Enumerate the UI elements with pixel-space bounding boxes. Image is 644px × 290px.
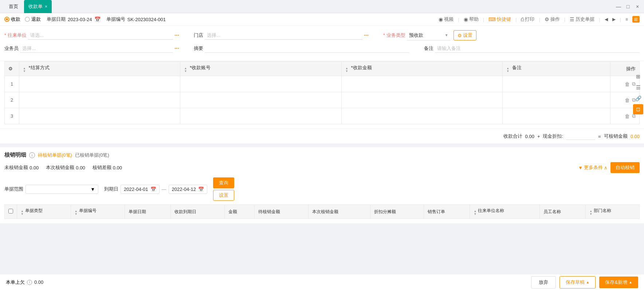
sidebar-icon-list[interactable]: ☰ (633, 82, 643, 93)
footer-right: 放弃 保存草稿 ▲ 保存&新增 ▲ (531, 276, 638, 289)
auto-hexiao-button[interactable]: 自动核销 (610, 162, 640, 173)
cell-amount-3[interactable] (341, 108, 502, 124)
active-tab-label: 收款单 (28, 3, 43, 10)
sidebar-icon-active[interactable]: ⊡ (633, 104, 643, 114)
voucher-field-group: 单据编号 SK-20230324-001 (106, 16, 166, 23)
cell-note-3[interactable] (503, 108, 610, 124)
store-input[interactable] (205, 31, 362, 40)
cell-note-2[interactable] (503, 92, 610, 108)
hexiao-info-icon[interactable]: i (29, 152, 35, 158)
row-num-1: 1 (5, 76, 19, 92)
print-btn[interactable]: ⎙ 打印 (521, 16, 534, 23)
shortcut-btn[interactable]: ⌨ 快捷键 (488, 16, 511, 23)
history-btn[interactable]: ☰ 历史单据 (570, 16, 594, 23)
settings-button[interactable]: ⚙ 设置 (453, 30, 476, 40)
th-checkbox[interactable] (5, 205, 17, 219)
table-section: ⚙ ▲▼ *结算方式 ▲▼ *收款账号 ▲▼ *收款金额 (0, 61, 644, 129)
list-view-btn[interactable]: ≡ (625, 17, 628, 22)
video-btn[interactable]: ◉ 视频 (439, 16, 453, 23)
verify-value: 0.00 (631, 134, 640, 139)
range-select[interactable]: ▼ (25, 185, 98, 194)
settings-label: 设置 (463, 32, 472, 39)
cell-account-3[interactable] (180, 108, 341, 124)
save-new-button[interactable]: 保存&新增 ▲ (599, 277, 638, 288)
nav-prev[interactable]: ◀ (605, 17, 608, 22)
gear-header[interactable]: ⚙ (5, 62, 19, 76)
staff-ellipsis[interactable]: ··· (174, 45, 179, 52)
cell-account-1[interactable] (180, 76, 341, 92)
sep3: | (515, 17, 517, 22)
print-label: 打印 (525, 16, 534, 23)
sidebar-icon-table[interactable]: ⊞ (633, 71, 643, 82)
cell-settlement-3[interactable] (19, 108, 180, 124)
radio-shoukuan-dot (4, 17, 9, 22)
date-to-input[interactable]: 2022-04-12 📅 (169, 185, 208, 194)
save-draft-button[interactable]: 保存草稿 ▲ (559, 276, 596, 289)
th-note: ▲▼ 备注 (503, 62, 610, 76)
staff-label: 业务员 (4, 45, 19, 52)
cell-settlement-2[interactable] (19, 92, 180, 108)
tab-home[interactable]: 首页 (3, 0, 24, 13)
save-draft-label: 保存草稿 (566, 279, 585, 286)
shortcut-label: 快捷键 (497, 16, 511, 23)
delete-icon-3[interactable]: 🗑 (625, 113, 630, 119)
operation-label: 操作 (550, 16, 560, 23)
th-settlement: ▲▼ *结算方式 (19, 62, 180, 76)
content-area: 收款 退款 单据日期 2023-03-24 📅 单据编号 SK-20230324… (0, 13, 644, 274)
cell-settlement-1[interactable] (19, 76, 180, 92)
cell-note-1[interactable] (503, 76, 610, 92)
radio-tuikuan[interactable]: 退款 (25, 16, 41, 23)
staff-field: 业务员 ··· (4, 44, 179, 53)
delete-icon-2[interactable]: 🗑 (625, 97, 630, 103)
keyboard-icon: ⌨ (488, 16, 496, 22)
discount-input[interactable] (566, 133, 595, 140)
minimize-button[interactable]: — (615, 3, 622, 10)
date-from-input[interactable]: 2022-04-01 📅 (121, 185, 160, 194)
calendar-icon[interactable]: 📅 (94, 16, 101, 22)
nav-next[interactable]: ▶ (612, 17, 616, 22)
th-amount: ▲▼ *收款金额 (341, 62, 502, 76)
th-current-amount: 本次核销金额 (308, 205, 370, 219)
close-window-button[interactable]: × (634, 3, 641, 10)
store-ellipsis[interactable]: ··· (364, 32, 369, 39)
staff-input[interactable] (20, 44, 173, 53)
equals-sign: = (598, 134, 601, 139)
notes-input[interactable] (435, 44, 640, 53)
current-value: 0.00 (34, 279, 43, 285)
account-label: *收款账号 (190, 65, 211, 70)
query-button[interactable]: 查询 (213, 177, 234, 188)
tab-active[interactable]: 收款单 × (24, 0, 52, 13)
tab-close-icon[interactable]: × (45, 4, 47, 9)
help-icon: ◉ (464, 16, 468, 22)
help-btn[interactable]: ◉ 帮助 (464, 16, 479, 23)
abandon-button[interactable]: 放弃 (531, 276, 556, 289)
help-label: 帮助 (469, 16, 479, 23)
date-range-separator: — (162, 187, 166, 192)
company-input[interactable] (28, 31, 173, 40)
th-doc-amount: 金额 (224, 205, 254, 219)
more-conditions-btn[interactable]: ▼ 更多条件 ∧ (578, 164, 608, 171)
summary-input[interactable] (205, 44, 409, 53)
operation-btn[interactable]: ⚙ 操作 (545, 16, 560, 23)
business-type-select[interactable]: 预收款 ▼ (407, 31, 451, 40)
more-conditions-label: 更多条件 (584, 164, 603, 171)
sep4: | (539, 17, 540, 22)
set-button[interactable]: 设置 (213, 190, 234, 201)
pending-tab[interactable]: 待核销单据(0笔) (38, 152, 72, 158)
cell-amount-1[interactable] (341, 76, 502, 92)
radio-shoukuan[interactable]: 收款 (4, 16, 20, 23)
voucher-value: SK-20230324-001 (127, 17, 166, 22)
cell-account-2[interactable] (180, 92, 341, 108)
form-row-1: * 往来单位 ··· 门店 ··· * 业务类型 预收款 ▼ ⚙ (4, 30, 640, 40)
select-all-checkbox[interactable] (8, 209, 13, 213)
tab-bar: 首页 收款单 × — □ × (0, 0, 644, 13)
company-ellipsis[interactable]: ··· (174, 32, 179, 39)
delete-icon-1[interactable]: 🗑 (625, 81, 630, 87)
date-to-value: 2022-04-12 (172, 187, 196, 192)
sidebar-icon-attach[interactable]: 🔗 (633, 93, 643, 103)
total-label: 收款合计 (503, 133, 522, 140)
cell-amount-2[interactable] (341, 92, 502, 108)
info-icon-footer[interactable]: i (27, 280, 32, 285)
maximize-button[interactable]: □ (624, 3, 632, 10)
done-tab[interactable]: 已核销单据(0笔) (75, 152, 109, 158)
